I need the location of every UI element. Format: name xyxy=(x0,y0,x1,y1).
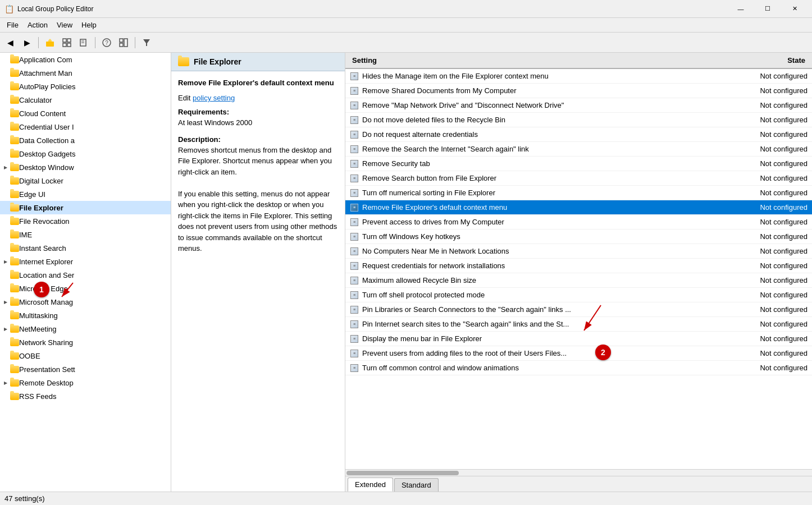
svg-text:?: ? xyxy=(105,40,108,46)
scrollbar-thumb[interactable] xyxy=(346,471,459,475)
settings-row[interactable]: ≡ Display the menu bar in File Explorer … xyxy=(345,332,812,346)
tree-item-autoplay[interactable]: AutoPlay Policies xyxy=(0,80,171,93)
tree-item-desktop-gadgets[interactable]: Desktop Gadgets xyxy=(0,147,171,160)
settings-row[interactable]: ≡ Remove Security tab Not configured xyxy=(345,157,812,171)
up-folder-button[interactable] xyxy=(42,35,58,50)
tree-item-ms-manage[interactable]: ▶ Microsoft Manag xyxy=(0,295,171,309)
tree-item-cloud-content[interactable]: Cloud Content xyxy=(0,107,171,120)
folder-icon xyxy=(10,258,19,265)
settings-row[interactable]: ≡ Remove the Search the Internet "Search… xyxy=(345,142,812,157)
edit-label: Edit xyxy=(178,94,193,102)
settings-row[interactable]: ≡ Turn off common control and window ani… xyxy=(345,361,812,375)
settings-row[interactable]: ≡ Remove Shared Documents from My Comput… xyxy=(345,84,812,98)
setting-name: Remove Search button from File Explorer xyxy=(362,174,706,182)
folder-icon xyxy=(10,285,19,292)
setting-name: Display the menu bar in File Explorer xyxy=(362,334,706,343)
right-panel: File Explorer Remove File Explorer's def… xyxy=(171,53,812,492)
setting-name: Remove Shared Documents from My Computer xyxy=(362,86,706,95)
forward-button[interactable]: ▶ xyxy=(19,35,35,50)
tab-standard[interactable]: Standard xyxy=(394,478,439,492)
setting-name: Hides the Manage item on the File Explor… xyxy=(362,72,706,80)
tree-item-instant-search[interactable]: Instant Search xyxy=(0,241,171,255)
tree-item-label: Data Collection a xyxy=(19,136,75,145)
settings-row[interactable]: ≡ Remove Search button from File Explore… xyxy=(345,171,812,186)
menu-help[interactable]: Help xyxy=(77,20,101,30)
tree-item-desktop-window[interactable]: ▶ Desktop Window xyxy=(0,160,171,174)
tree-item-attachment[interactable]: Attachment Man xyxy=(0,66,171,80)
svg-rect-13 xyxy=(120,43,123,47)
tree-item-ime[interactable]: IME xyxy=(0,228,171,241)
settings-row[interactable]: ≡ Hides the Manage item on the File Expl… xyxy=(345,69,812,84)
policy-title: Remove File Explorer's default context m… xyxy=(178,78,338,88)
tree-item-calculator[interactable]: Calculator xyxy=(0,93,171,107)
tree-item-credential[interactable]: Credential User I xyxy=(0,120,171,134)
settings-row[interactable]: ≡ Maximum allowed Recycle Bin size Not c… xyxy=(345,273,812,288)
tree-item-presentation[interactable]: Presentation Sett xyxy=(0,362,171,376)
settings-row[interactable]: ≡ Turn off Windows Key hotkeys Not confi… xyxy=(345,229,812,244)
close-button[interactable]: ✕ xyxy=(782,0,808,18)
settings-row[interactable]: ≡ Turn off numerical sorting in File Exp… xyxy=(345,186,812,200)
settings-row[interactable]: ≡ Do not move deleted files to the Recyc… xyxy=(345,113,812,127)
settings-row[interactable]: ≡ Do not request alternate credentials N… xyxy=(345,127,812,142)
menu-view[interactable]: View xyxy=(52,20,77,30)
settings-row[interactable]: ≡ Prevent users from adding files to the… xyxy=(345,346,812,361)
tree-item-rss-feeds[interactable]: RSS Feeds xyxy=(0,389,171,403)
tree-item-ms-edge[interactable]: Microsoft Edge xyxy=(0,282,171,295)
filter-button[interactable] xyxy=(139,35,154,50)
tab-extended[interactable]: Extended xyxy=(348,478,393,492)
tree-item-netmeeting[interactable]: ▶ NetMeeting xyxy=(0,322,171,336)
folder-icon xyxy=(10,97,19,104)
settings-row-selected[interactable]: ≡ Remove File Explorer's default context… xyxy=(345,200,812,215)
tree-item-application-com[interactable]: Application Com xyxy=(0,53,171,66)
settings-row[interactable]: ≡ Pin Libraries or Search Connectors to … xyxy=(345,302,812,317)
tree-item-multitasking[interactable]: Multitasking xyxy=(0,309,171,322)
setting-name: Pin Libraries or Search Connectors to th… xyxy=(362,305,706,314)
maximize-button[interactable]: ☐ xyxy=(755,0,781,18)
filter-view-button[interactable] xyxy=(116,35,131,50)
menubar: File Action View Help xyxy=(0,18,812,33)
tree-item-oobe[interactable]: OOBE xyxy=(0,349,171,362)
minimize-button[interactable]: — xyxy=(728,0,754,18)
tree-item-network-sharing[interactable]: Network Sharing xyxy=(0,336,171,349)
back-button[interactable]: ◀ xyxy=(2,35,18,50)
tree-item-location[interactable]: Location and Ser xyxy=(0,268,171,282)
setting-name: Maximum allowed Recycle Bin size xyxy=(362,276,706,284)
tree-item-file-explorer[interactable]: File Explorer xyxy=(0,201,171,214)
tree-item-digital-locker[interactable]: Digital Locker xyxy=(0,174,171,187)
menu-action[interactable]: Action xyxy=(23,20,52,30)
settings-row[interactable]: ≡ Prevent access to drives from My Compu… xyxy=(345,215,812,229)
export-button[interactable] xyxy=(76,35,92,50)
setting-name: Pin Internet search sites to the "Search… xyxy=(362,320,706,328)
policy-icon-container: ≡ xyxy=(350,349,359,358)
setting-name: Turn off common control and window anima… xyxy=(362,364,706,372)
folder-icon xyxy=(10,245,19,252)
tree-item-data-collection[interactable]: Data Collection a xyxy=(0,134,171,147)
settings-row[interactable]: ≡ Remove "Map Network Drive" and "Discon… xyxy=(345,98,812,113)
toolbar-separator-2 xyxy=(95,37,95,48)
settings-row[interactable]: ≡ No Computers Near Me in Network Locati… xyxy=(345,244,812,259)
menu-file[interactable]: File xyxy=(2,20,23,30)
tree-item-internet-explorer[interactable]: ▶ Internet Explorer xyxy=(0,255,171,268)
policy-icon: ≡ xyxy=(350,102,358,109)
policy-icon-container: ≡ xyxy=(350,320,359,329)
policy-setting-link[interactable]: policy setting xyxy=(193,94,235,102)
policy-icon: ≡ xyxy=(350,87,358,95)
setting-name: Remove "Map Network Drive" and "Disconne… xyxy=(362,101,706,109)
show-grid-button[interactable] xyxy=(59,35,75,50)
policy-icon-container: ≡ xyxy=(350,247,359,256)
settings-row[interactable]: ≡ Pin Internet search sites to the "Sear… xyxy=(345,317,812,332)
tree-item-edge-ui[interactable]: Edge UI xyxy=(0,187,171,201)
policy-icon: ≡ xyxy=(350,306,358,314)
setting-state: Not configured xyxy=(706,276,808,284)
policy-icon-container: ≡ xyxy=(350,364,359,373)
tree-item-remote-desktop[interactable]: ▶ Remote Desktop xyxy=(0,376,171,389)
tree-item-file-revocation[interactable]: File Revocation xyxy=(0,214,171,228)
settings-row[interactable]: ≡ Request credentials for network instal… xyxy=(345,259,812,273)
expand-arrow xyxy=(2,218,9,224)
setting-name: Turn off numerical sorting in File Explo… xyxy=(362,189,706,197)
folder-icon xyxy=(10,177,19,185)
settings-row[interactable]: ≡ Turn off shell protocol protected mode… xyxy=(345,288,812,302)
policy-icon-container: ≡ xyxy=(350,130,359,139)
help-button[interactable]: ? xyxy=(99,35,115,50)
horizontal-scrollbar[interactable] xyxy=(345,469,812,476)
